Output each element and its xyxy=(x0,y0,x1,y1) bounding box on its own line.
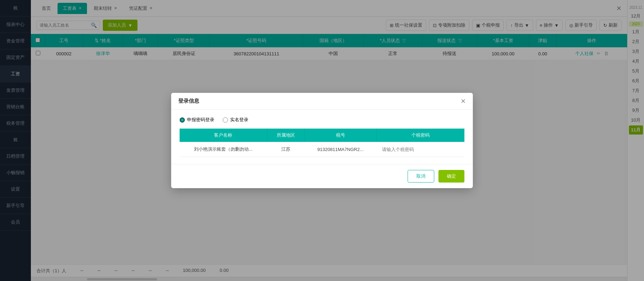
modal-body: 申报密码登录 实名登录 客户名称 所属地区 税号 个税密码 xyxy=(171,110,473,164)
modal-title: 登录信息 xyxy=(178,98,199,104)
modal-footer: 取消 确定 xyxy=(171,164,473,188)
modal-cell-tax-no: 91320811MA7NGR2... xyxy=(304,142,376,157)
modal-backdrop: 登录信息 ✕ 申报密码登录 实名登录 客户名称 所属地区 xyxy=(0,0,644,281)
modal-table-row: 刘小艳演示账套（勿删勿动... 江苏 91320811MA7NGR2... xyxy=(180,142,464,157)
modal-cell-region: 江苏 xyxy=(267,142,304,157)
radio-password-input[interactable] xyxy=(180,117,185,123)
cancel-button[interactable]: 取消 xyxy=(408,170,434,183)
login-info-modal: 登录信息 ✕ 申报密码登录 实名登录 客户名称 所属地区 xyxy=(171,93,473,188)
confirm-button[interactable]: 确定 xyxy=(438,170,464,183)
modal-close-button[interactable]: ✕ xyxy=(461,98,466,104)
modal-cell-password[interactable] xyxy=(376,142,464,157)
modal-col-password: 个税密码 xyxy=(376,129,464,142)
radio-realname-input[interactable] xyxy=(223,117,228,123)
client-table: 客户名称 所属地区 税号 个税密码 刘小艳演示账套（勿删勿动... 江苏 xyxy=(180,129,464,157)
modal-col-region: 所属地区 xyxy=(267,129,304,142)
radio-realname-login[interactable]: 实名登录 xyxy=(223,117,248,123)
modal-col-name: 客户名称 xyxy=(180,129,267,142)
password-input[interactable] xyxy=(382,147,459,152)
modal-header: 登录信息 ✕ xyxy=(171,93,473,110)
radio-password-login[interactable]: 申报密码登录 xyxy=(180,117,214,123)
modal-col-tax-no: 税号 xyxy=(304,129,376,142)
modal-cell-name: 刘小艳演示账套（勿删勿动... xyxy=(180,142,267,157)
login-type-radio-group: 申报密码登录 实名登录 xyxy=(180,117,464,123)
